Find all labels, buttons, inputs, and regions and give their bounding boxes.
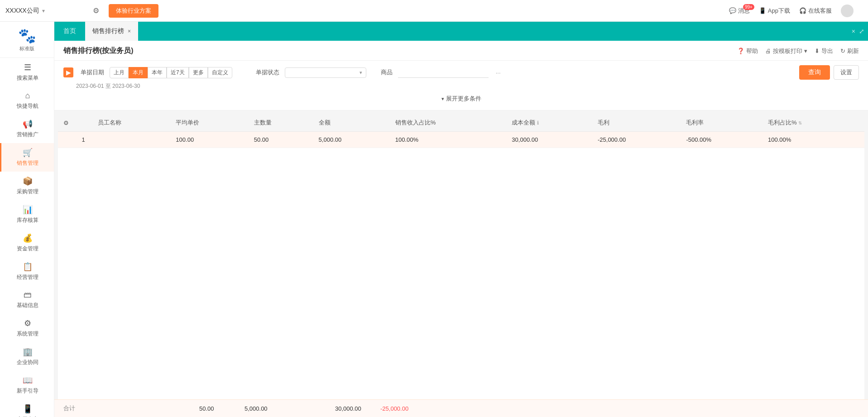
operations-icon: 📋: [23, 262, 33, 272]
sidebar-item-inventory[interactable]: 📊 库存核算: [0, 200, 54, 229]
table-header-row: ⚙ 员工名称 平均单价 主数量 全额 销售收入占比% 成本全额 ℹ 毛利 毛利率…: [58, 114, 864, 132]
tab-bar-actions: × ⤢: [852, 28, 868, 35]
sidebar-item-label-inventory: 库存核算: [17, 216, 38, 224]
message-button[interactable]: 💬 消息 99+: [729, 7, 750, 15]
help-button[interactable]: ❓ 帮助: [737, 47, 758, 55]
doc-status-select[interactable]: ▾: [285, 67, 366, 78]
sidebar: 🐾 标准版 ☰ 搜索菜单 ⌂ 快捷导航 📢 营销推广 🛒 销售管理 📦 采购管理…: [0, 22, 54, 417]
sidebar-item-sales[interactable]: 🛒 销售管理: [0, 143, 54, 172]
export-icon: ⬇: [815, 48, 820, 54]
sales-icon: 🛒: [23, 148, 33, 158]
settings-button[interactable]: 设置: [834, 65, 859, 80]
cell-gross-margin: -500.00%: [681, 132, 762, 148]
period-this-year[interactable]: 本年: [148, 67, 167, 78]
tab-bar: 首页 销售排行榜 × × ⤢: [54, 22, 868, 41]
search-order-icon: ☰: [24, 62, 31, 72]
basic-info-icon: 🗃: [24, 290, 32, 300]
app-icon: 📱: [759, 7, 766, 14]
sidebar-item-basic-info[interactable]: 🗃 基础信息: [0, 286, 54, 314]
filter-expand-toggle[interactable]: ▶: [63, 67, 73, 77]
tab-home-label: 首页: [63, 27, 76, 35]
tab-home[interactable]: 首页: [54, 22, 85, 41]
footer-main-qty: 50.00: [199, 405, 245, 412]
col-avg-price: 平均单价: [170, 114, 248, 132]
sidebar-item-guide[interactable]: 📖 新手引导: [0, 371, 54, 399]
sidebar-item-marketing[interactable]: 📢 营销推广: [0, 115, 54, 143]
period-last-month[interactable]: 上月: [110, 67, 129, 78]
app-download-button[interactable]: 📱 App下载: [759, 7, 790, 15]
enterprise-icon: 🏢: [23, 347, 33, 357]
company-name: XXXXX公司: [5, 7, 39, 15]
company-selector[interactable]: XXXXX公司 ▾: [5, 7, 87, 15]
avatar[interactable]: [841, 5, 854, 17]
sidebar-item-search-order[interactable]: ☰ 搜索菜单: [0, 58, 54, 86]
sort-icon[interactable]: ⇅: [798, 120, 802, 125]
main-layout: 🐾 标准版 ☰ 搜索菜单 ⌂ 快捷导航 📢 营销推广 🛒 销售管理 📦 采购管理…: [0, 22, 868, 417]
sidebar-item-label-quick: 快捷导航: [17, 102, 38, 110]
filter-row-1: ▶ 单据日期 上月 本月 本年 近7天 更多 自定义 单据状态: [63, 65, 859, 80]
period-this-month[interactable]: 本月: [129, 67, 148, 78]
period-last-7days[interactable]: 近7天: [167, 67, 189, 78]
col-gross-ratio: 毛利占比% ⇅: [762, 114, 864, 132]
service-icon: 🎧: [799, 7, 806, 14]
footer-label: 合计: [63, 404, 154, 412]
data-table: ⚙ 员工名称 平均单价 主数量 全额 销售收入占比% 成本全额 ℹ 毛利 毛利率…: [58, 114, 864, 148]
tab-label: 销售排行榜: [92, 27, 124, 35]
sidebar-item-finance[interactable]: 💰 资金管理: [0, 229, 54, 257]
data-table-wrapper: ⚙ 员工名称 平均单价 主数量 全额 销售收入占比% 成本全额 ℹ 毛利 毛利率…: [58, 114, 864, 399]
online-service-label: 在线客服: [808, 7, 832, 15]
col-rank: [74, 114, 92, 132]
expand-more-btn[interactable]: ▾ 展开更多条件: [441, 92, 481, 105]
refresh-button[interactable]: ↻ 刷新: [840, 47, 859, 55]
date-label: 单据日期: [81, 68, 104, 77]
tab-window-expand-icon[interactable]: ⤢: [859, 28, 864, 35]
sidebar-item-label-sales: 销售管理: [17, 159, 38, 167]
doc-status-chevron-icon: ▾: [360, 70, 362, 76]
trial-button[interactable]: 体验行业方案: [109, 4, 158, 18]
content-area: 首页 销售排行榜 × × ⤢ 销售排行榜(按业务员) ❓ 帮助: [54, 22, 868, 417]
sidebar-item-purchase[interactable]: 📦 采购管理: [0, 172, 54, 200]
cost-info-icon[interactable]: ℹ: [537, 120, 539, 125]
message-badge: 99+: [743, 4, 754, 10]
settings-icon[interactable]: ⚙: [89, 4, 103, 18]
system-icon: ⚙: [24, 318, 31, 328]
page-content: 销售排行榜(按业务员) ❓ 帮助 🖨 按模板打印 ▾ ⬇ 导出: [54, 41, 868, 417]
cell-main-qty: 50.00: [249, 132, 313, 148]
sidebar-item-label-marketing: 营销推广: [17, 131, 38, 139]
sidebar-item-enterprise[interactable]: 🏢 企业协同: [0, 342, 54, 371]
tab-close-icon[interactable]: ×: [128, 28, 131, 34]
quick-nav-icon: ⌂: [25, 91, 30, 101]
table-body: 1 100.00 50.00 5,000.00 100.00% 30,000.0…: [58, 132, 864, 148]
company-chevron-icon: ▾: [42, 8, 45, 14]
cell-settings: [58, 132, 74, 148]
footer-cost-amount: 30,000.00: [335, 405, 380, 412]
table-head: ⚙ 员工名称 平均单价 主数量 全额 销售收入占比% 成本全额 ℹ 毛利 毛利率…: [58, 114, 864, 132]
goods-input[interactable]: [398, 67, 489, 78]
query-button[interactable]: 查询: [799, 65, 830, 80]
sidebar-item-operations[interactable]: 📋 经营管理: [0, 257, 54, 286]
marketing-icon: 📢: [23, 119, 33, 129]
period-custom[interactable]: 自定义: [208, 67, 232, 78]
sidebar-item-quick-nav[interactable]: ⌂ 快捷导航: [0, 86, 54, 115]
app-download-label: App下载: [768, 7, 790, 15]
export-button[interactable]: ⬇ 导出: [815, 47, 833, 55]
online-service-button[interactable]: 🎧 在线客服: [799, 7, 832, 15]
table-row: 1 100.00 50.00 5,000.00 100.00% 30,000.0…: [58, 132, 864, 148]
col-gross-margin: 毛利率: [681, 114, 762, 132]
col-settings[interactable]: ⚙: [58, 114, 74, 132]
message-icon: 💬: [729, 7, 736, 14]
sidebar-item-system[interactable]: ⚙ 系统管理: [0, 314, 54, 342]
col-employee: 员工名称: [92, 114, 170, 132]
sidebar-item-app-center[interactable]: 📱 应用中心: [0, 399, 54, 417]
tab-window-close-icon[interactable]: ×: [852, 28, 855, 35]
print-button[interactable]: 🖨 按模板打印 ▾: [765, 47, 807, 55]
cell-cost-amount: 30,000.00: [506, 132, 592, 148]
tab-sales-ranking[interactable]: 销售排行榜 ×: [85, 22, 138, 41]
sidebar-item-label-purchase: 采购管理: [17, 188, 38, 196]
period-more[interactable]: 更多: [189, 67, 208, 78]
filter-bar: ▶ 单据日期 上月 本月 本年 近7天 更多 自定义 单据状态: [54, 61, 868, 110]
action-buttons: 查询 设置: [799, 65, 859, 80]
expand-label: 展开更多条件: [446, 95, 481, 103]
goods-more-icon[interactable]: ···: [496, 69, 501, 76]
inventory-icon: 📊: [23, 205, 33, 215]
